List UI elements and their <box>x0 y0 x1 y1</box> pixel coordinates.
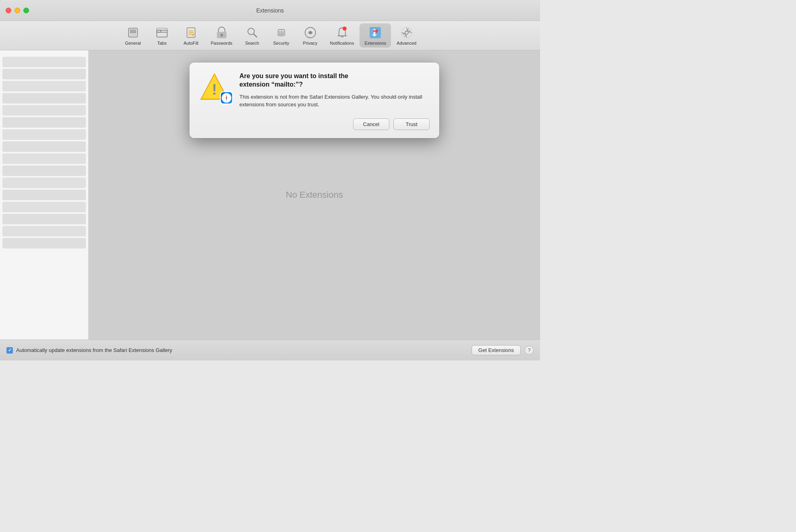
general-icon <box>126 25 140 40</box>
svg-rect-2 <box>130 35 136 35</box>
sidebar-item <box>2 153 86 164</box>
cancel-button[interactable]: Cancel <box>353 118 389 130</box>
titlebar: Extensions <box>0 0 540 21</box>
trust-button[interactable]: Trust <box>393 118 430 130</box>
main-window: Extensions General <box>0 0 540 360</box>
tab-search[interactable]: Search <box>238 23 266 48</box>
svg-point-26 <box>401 27 412 38</box>
tab-autofill-label: AutoFill <box>183 41 198 46</box>
modal-overlay: ! <box>89 50 540 339</box>
tabs-icon <box>155 25 169 40</box>
main-content: No Extensions <box>0 50 540 339</box>
content-area: No Extensions <box>89 50 540 339</box>
sidebar-item <box>2 81 86 91</box>
tab-advanced[interactable]: Advanced <box>392 23 421 48</box>
modal-buttons: Cancel Trust <box>199 118 430 130</box>
passwords-icon <box>214 25 229 40</box>
minimize-button[interactable] <box>15 8 20 13</box>
svg-text:!: ! <box>212 81 217 98</box>
svg-rect-1 <box>130 29 136 33</box>
modal-icon-area: ! <box>199 72 231 104</box>
sidebar-item <box>2 214 86 224</box>
tab-privacy-label: Privacy <box>303 41 318 46</box>
notifications-icon <box>335 25 349 40</box>
tab-passwords[interactable]: Passwords <box>206 23 237 48</box>
svg-point-23 <box>343 27 347 31</box>
tab-extensions-label: Extensions <box>364 41 386 46</box>
sidebar-item <box>2 202 86 212</box>
search-icon <box>245 25 260 40</box>
sidebar <box>0 50 89 339</box>
svg-line-15 <box>254 34 257 37</box>
sidebar-item <box>2 57 86 67</box>
auto-update-checkbox-wrapper: Automatically update extensions from the… <box>6 347 172 354</box>
svg-point-25 <box>405 31 408 34</box>
advanced-icon <box>399 25 414 40</box>
sidebar-item <box>2 117 86 128</box>
safari-badge-icon <box>220 91 233 104</box>
tab-tabs[interactable]: Tabs <box>148 23 176 48</box>
sidebar-item <box>2 226 86 236</box>
sidebar-item <box>2 93 86 104</box>
tab-general[interactable]: General <box>119 23 147 48</box>
sidebar-item <box>2 69 86 79</box>
install-extension-modal: ! <box>189 62 439 138</box>
privacy-icon <box>303 25 318 40</box>
tab-extensions[interactable]: Extensions <box>360 23 391 48</box>
get-extensions-button[interactable]: Get Extensions <box>472 345 521 355</box>
tab-notifications[interactable]: Notifications <box>325 23 359 48</box>
maximize-button[interactable] <box>23 8 29 13</box>
bottombar: Automatically update extensions from the… <box>0 339 540 360</box>
modal-title: Are you sure you want to install theexte… <box>239 72 430 89</box>
tab-security-label: Security <box>273 41 289 46</box>
svg-point-22 <box>309 31 312 34</box>
traffic-lights <box>6 8 29 13</box>
auto-update-label: Automatically update extensions from the… <box>16 347 172 353</box>
auto-update-checkbox[interactable] <box>6 347 13 354</box>
tab-advanced-label: Advanced <box>397 41 416 46</box>
tab-privacy[interactable]: Privacy <box>296 23 324 48</box>
autofill-icon <box>184 25 198 40</box>
sidebar-item <box>2 178 86 188</box>
extensions-icon <box>368 25 382 40</box>
toolbar: General Tabs <box>0 21 540 50</box>
sidebar-item <box>2 129 86 140</box>
window-title: Extensions <box>256 7 284 14</box>
modal-body: ! <box>199 72 430 109</box>
sidebar-item <box>2 166 86 176</box>
svg-rect-20 <box>277 33 285 36</box>
tab-search-label: Search <box>245 41 259 46</box>
tab-security[interactable]: Security <box>267 23 295 48</box>
sidebar-item <box>2 238 86 248</box>
tab-general-label: General <box>125 41 141 46</box>
modal-message: This extension is not from the Safari Ex… <box>239 93 430 109</box>
sidebar-item <box>2 105 86 116</box>
sidebar-item <box>2 190 86 200</box>
help-button[interactable]: ? <box>525 346 534 355</box>
tab-passwords-label: Passwords <box>211 41 233 46</box>
tab-notifications-label: Notifications <box>330 41 354 46</box>
close-button[interactable] <box>6 8 11 13</box>
security-icon <box>274 25 289 40</box>
tab-tabs-label: Tabs <box>157 41 166 46</box>
bottombar-right: Get Extensions ? <box>472 345 534 355</box>
svg-rect-3 <box>157 30 167 37</box>
tab-autofill[interactable]: AutoFill <box>177 23 205 48</box>
sidebar-item <box>2 141 86 152</box>
modal-text-area: Are you sure you want to install theexte… <box>239 72 430 109</box>
